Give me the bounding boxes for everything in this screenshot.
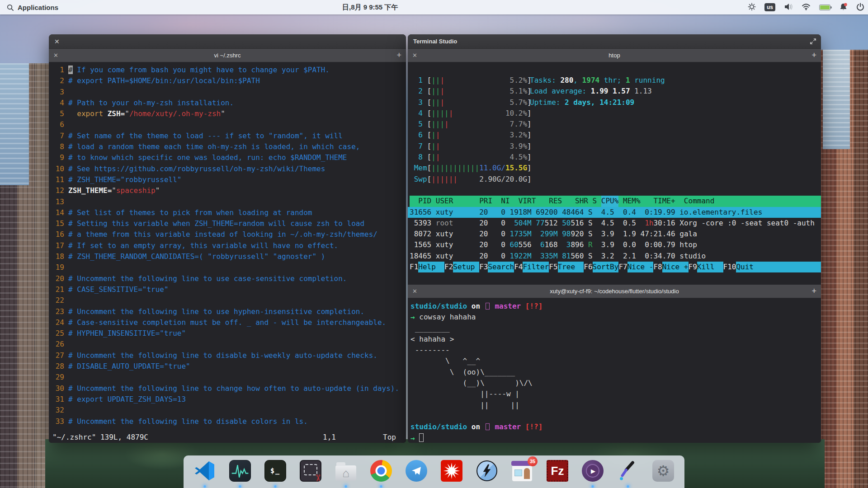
applications-menu[interactable]: Applications	[6, 4, 58, 11]
color-picker-icon	[618, 460, 638, 481]
htop-line: 6 [|| 3.2%]	[408, 130, 821, 141]
htop-tab-bar: ✕ htop +	[408, 49, 821, 62]
vi-new-tab-button[interactable]: +	[396, 51, 401, 60]
battery-tip	[830, 6, 832, 9]
shell-new-tab-button[interactable]: +	[811, 286, 816, 296]
dock-item-settings[interactable]: ⚙	[651, 459, 675, 483]
shell-tab-close-icon[interactable]: ✕	[412, 288, 417, 295]
wifi-icon[interactable]	[802, 3, 811, 12]
running-indicator	[345, 485, 347, 488]
mpv-icon: ▶	[582, 460, 604, 482]
shell-line: \ ^__^	[408, 356, 821, 366]
vi-editor-line: 3	[49, 87, 406, 98]
running-indicator	[380, 485, 382, 488]
shell-line: → cowsay hahaha	[408, 312, 821, 323]
line-number: 6	[51, 119, 64, 130]
htop-content[interactable]: 1 [||| 5.2%] 2 [||| 5.1%] 3 [||| 5.7%] 4…	[408, 62, 821, 285]
shell-line: (__)\ )\/\	[408, 378, 821, 389]
htop-line: 8072 xuty 20 0 1735M 299M 98920 S 3.9 1.…	[408, 229, 821, 239]
vi-editor-line: 28# DISABLE_AUTO_UPDATE="true"	[49, 361, 406, 372]
vi-editor-line: 8# load a random theme each time oh-my-z…	[49, 141, 406, 152]
studio-window-titlebar[interactable]: Terminal Studio	[408, 34, 821, 49]
applications-label: Applications	[18, 4, 58, 11]
night-light-icon[interactable]	[748, 3, 756, 12]
dock-item-filezilla[interactable]: Fz	[545, 459, 570, 483]
shell-content[interactable]: studio/studio on master [!?]→ cowsay hah…	[408, 298, 821, 443]
running-indicator	[239, 485, 241, 488]
line-number: 10	[51, 164, 64, 174]
dock-item-telegram[interactable]	[404, 459, 429, 483]
studio-window-title: Terminal Studio	[413, 38, 457, 45]
vi-tab-close-icon[interactable]: ✕	[53, 52, 58, 59]
dock-item-mathematica[interactable]	[439, 459, 464, 483]
line-number: 3	[51, 87, 64, 98]
volume-icon[interactable]	[784, 3, 793, 12]
shell-line: studio/studio on master [!?]	[408, 301, 821, 312]
line-number: 25	[51, 328, 64, 339]
keyboard-layout-indicator[interactable]: us	[764, 3, 775, 11]
dock-item-terminal[interactable]: $_	[263, 459, 288, 483]
vi-editor-line: 23# Uncomment the following line to use …	[49, 306, 406, 317]
line-number: 26	[51, 339, 64, 350]
wallpaper-tower-left	[0, 63, 29, 185]
dock-item-color-picker[interactable]	[616, 459, 640, 483]
htop-line: PID USER PRI NI VIRT RES SHR S CPU% MEM%…	[408, 196, 821, 206]
vi-terminal-window: ✕ ✕ vi ~/.zshrc + 1# If you come from ba…	[49, 34, 406, 443]
desktop: Applications 日,8月 9 9:55 下午 us	[0, 0, 868, 488]
vi-window-close-button[interactable]: ✕	[54, 38, 60, 45]
vi-window-titlebar[interactable]: ✕	[49, 34, 406, 49]
line-number: 22	[51, 295, 64, 306]
chrome-icon	[370, 460, 392, 482]
dock-item-system-monitor[interactable]	[228, 459, 252, 483]
vi-status-bar: "~/.zshrc" 139L, 4879C 1,1 Top	[49, 431, 406, 443]
battery-level	[820, 5, 830, 9]
dock-item-vscode[interactable]	[193, 459, 217, 483]
dock-item-mpv[interactable]: ▶	[580, 459, 605, 483]
shell-tab-bar: ✕ xuty@xuty-cf-f9: ~/codehouse/flutter/s…	[408, 285, 821, 298]
vi-editor-line: 6	[49, 119, 406, 130]
shell-line: \ (oo)\_______	[408, 367, 821, 378]
appcenter-icon	[512, 464, 532, 481]
dock-item-flutter-app[interactable]	[475, 459, 499, 483]
shell-tab-title: xuty@xuty-cf-f9: ~/codehouse/flutter/stu…	[408, 288, 821, 295]
terminal-studio-window: Terminal Studio ✕ htop + 1 [||| 5.2%] 2 …	[408, 34, 821, 443]
files-icon: ⌂	[335, 465, 356, 481]
vi-editor-line: 4# Path to your oh-my-zsh installation.	[49, 98, 406, 108]
dock-item-files[interactable]: ⌂	[334, 459, 358, 483]
line-number: 15	[51, 218, 64, 229]
line-number: 29	[51, 372, 64, 383]
line-number: 13	[51, 197, 64, 207]
datetime-indicator[interactable]: 日,8月 9 9:55 下午	[342, 0, 398, 14]
htop-line: 5393 root 20 0 504M 77512 50516 S 4.5 0.…	[408, 218, 821, 229]
dock-item-appcenter[interactable]: 35	[510, 459, 534, 483]
dock-item-screenshot-tool[interactable]: ✂	[298, 459, 323, 483]
line-number: 32	[51, 405, 64, 416]
vscode-icon	[194, 460, 216, 482]
line-number: 21	[51, 284, 64, 295]
htop-tab-close-icon[interactable]: ✕	[412, 52, 417, 59]
power-icon[interactable]	[856, 3, 864, 12]
running-indicator	[627, 485, 629, 488]
vi-editor-content[interactable]: 1# If you come from bash you might have …	[49, 62, 406, 431]
vi-editor-line: 13	[49, 197, 406, 207]
dock-item-chrome[interactable]	[369, 459, 393, 483]
line-number: 12	[51, 185, 64, 196]
line-number: 7	[51, 131, 64, 141]
line-number: 23	[51, 306, 64, 317]
vi-editor-line: 22	[49, 295, 406, 306]
htop-line: 1565 xuty 20 0 60556 6168 3896 R 3.9 0.0…	[408, 239, 821, 250]
running-indicator	[592, 485, 594, 488]
vi-editor-line: 18# ZSH_THEME_RANDOM_CANDIDATES=( "robby…	[49, 251, 406, 262]
vi-tab-title: vi ~/.zshrc	[49, 52, 406, 59]
shell-line: || ||	[408, 400, 821, 411]
htop-new-tab-button[interactable]: +	[811, 51, 816, 60]
status-indicators: us	[748, 0, 864, 14]
vi-editor-line: 7# Set name of the theme to load --- if …	[49, 131, 406, 141]
line-number: 16	[51, 229, 64, 240]
battery-icon[interactable]	[819, 5, 830, 10]
line-number: 9	[51, 152, 64, 163]
expand-icon[interactable]	[810, 38, 816, 47]
line-number: 28	[51, 361, 64, 372]
vi-file-info: "~/.zshrc" 139L, 4879C	[52, 433, 148, 441]
notifications-icon[interactable]	[839, 3, 848, 12]
